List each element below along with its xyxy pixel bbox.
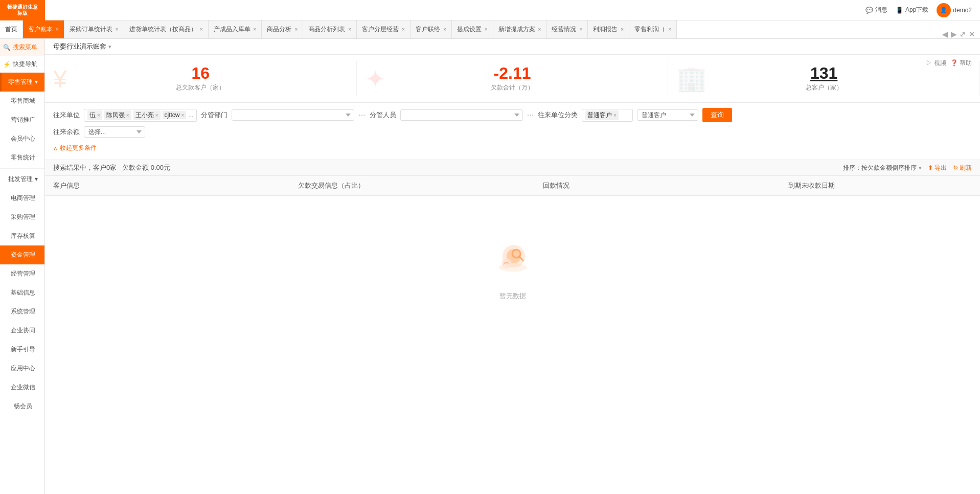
sidebar-item-apps[interactable]: 应用中心	[0, 359, 44, 378]
sidebar-item-wechat[interactable]: 企业微信	[0, 378, 44, 397]
user-avatar-btn[interactable]: 👤 demo2	[937, 3, 972, 17]
sidebar-quicknav[interactable]: ⚡ 快捷导航	[0, 56, 44, 73]
sidebar-item-member[interactable]: 会员中心	[0, 129, 44, 148]
sidebar-item-system[interactable]: 系统管理	[0, 302, 44, 321]
unit-tag-wang[interactable]: 王小亮 ×	[133, 110, 161, 120]
tab-prev-btn[interactable]: ◀	[941, 30, 949, 38]
debt-customers-bg-icon: ¥	[53, 64, 67, 93]
tab-profit-report[interactable]: 利润报告 ×	[588, 20, 629, 38]
sidebar-item-basic-info[interactable]: 基础信息	[0, 283, 44, 302]
quicknav-icon: ⚡	[3, 61, 11, 68]
tab-close-purchase-order[interactable]: ×	[116, 27, 119, 32]
tab-retail-profit[interactable]: 零售利润（ ×	[629, 20, 677, 38]
tab-inbound-stats[interactable]: 进货单统计表（按商品） ×	[124, 20, 209, 38]
person-filter-dots[interactable]: ···	[527, 110, 534, 120]
dept-filter-dots[interactable]: ···	[358, 110, 365, 120]
app-download-btn[interactable]: 📱 App下载	[896, 6, 928, 14]
main-layout: 🔍 搜索菜单 ⚡ 快捷导航 零售管理 ▾ 零售商城 营销推广 会员中心 零售统计…	[0, 39, 980, 494]
tab-close-product-analysis[interactable]: ×	[294, 27, 298, 32]
tab-product-analysis[interactable]: 商品分析 ×	[262, 20, 303, 38]
tab-close-product-inbound[interactable]: ×	[254, 27, 257, 32]
unit-tag-cjttcw[interactable]: cjttcw ×	[163, 111, 187, 119]
tab-close-promote-settings[interactable]: ×	[485, 27, 488, 32]
sidebar-item-ecommerce[interactable]: 电商管理	[0, 189, 44, 208]
tab-close-profit-report[interactable]: ×	[621, 27, 624, 32]
tab-close-business-status[interactable]: ×	[579, 27, 582, 32]
help-icon: ❓	[950, 59, 958, 66]
tab-business-status[interactable]: 经营情况 ×	[546, 20, 588, 38]
collapse-filters-btn[interactable]: ∧ 收起更多条件	[53, 142, 972, 154]
dept-filter-label: 分管部门	[201, 110, 227, 120]
sidebar-label-apps: 应用中心	[11, 365, 35, 372]
unit-tag-group[interactable]: 伍 × 陈民强 × 王小亮 × cjttcw × ...	[84, 109, 197, 122]
tab-close-new-promote-plan[interactable]: ×	[538, 27, 541, 32]
tab-label-profit-report: 利润报告	[593, 25, 618, 34]
sidebar-label-retail-stats: 零售统计	[11, 154, 35, 161]
sidebar-label-ecommerce: 电商管理	[11, 194, 35, 201]
result-amount: 欠款金额 0.00元	[122, 164, 170, 171]
tag-close-chen[interactable]: ×	[126, 113, 129, 118]
sidebar-item-retail-stats[interactable]: 零售统计	[0, 148, 44, 167]
collapse-arrow-icon: ∧	[53, 145, 58, 152]
sidebar-item-operations[interactable]: 经营管理	[0, 264, 44, 283]
tag-close-wu[interactable]: ×	[97, 113, 100, 118]
sidebar-label-retail: 零售管理	[8, 78, 33, 85]
tab-customer-capital[interactable]: 客户账本 ×	[23, 20, 64, 38]
sidebar-item-marketing[interactable]: 营销推广	[0, 110, 44, 129]
tab-customer-contact[interactable]: 客户联络 ×	[411, 20, 452, 38]
sidebar-item-newbie[interactable]: 新手引导	[0, 340, 44, 359]
unit-tag-chen[interactable]: 陈民强 ×	[104, 110, 131, 120]
tab-label-promote-settings: 提成设置	[457, 25, 482, 34]
refresh-label: 刷新	[960, 164, 972, 172]
sidebar-item-retail-mall[interactable]: 零售商城	[0, 92, 44, 110]
avatar: 👤	[937, 3, 951, 17]
export-btn[interactable]: ⬆ 导出	[928, 164, 947, 172]
tab-customer-tier[interactable]: 客户分层经营 ×	[357, 20, 411, 38]
tab-product-inbound[interactable]: 产成品入库单 ×	[209, 20, 262, 38]
sidebar-item-purchase[interactable]: 采购管理	[0, 208, 44, 227]
tab-new-promote-plan[interactable]: 新增提成方案 ×	[493, 20, 547, 38]
unit-class-select[interactable]: 普通客户	[637, 109, 698, 121]
sort-btn[interactable]: 排序：按欠款金额倒序排序 ▾	[843, 164, 922, 172]
tag-close-cjttcw[interactable]: ×	[181, 113, 185, 118]
sidebar-item-batch[interactable]: 批发管理 ▾	[0, 170, 44, 189]
tab-close-customer-contact[interactable]: ×	[443, 27, 446, 32]
filter-tag-more[interactable]: ...	[188, 111, 193, 119]
query-button[interactable]: 查询	[702, 108, 732, 122]
unit-tag-wu[interactable]: 伍 ×	[87, 110, 102, 120]
tab-promote-settings[interactable]: 提成设置 ×	[452, 20, 493, 38]
balance-select[interactable]: 选择...	[84, 126, 145, 138]
tab-close-retail-profit[interactable]: ×	[668, 27, 671, 32]
help-btn[interactable]: ❓ 帮助	[950, 59, 972, 68]
tab-close-all-btn[interactable]: ✕	[968, 30, 976, 38]
person-select[interactable]	[400, 109, 523, 121]
tab-next-btn[interactable]: ▶	[950, 30, 958, 38]
sidebar-label-system: 系统管理	[11, 308, 35, 315]
tab-expand-btn[interactable]: ⤢	[959, 30, 967, 38]
export-label: 导出	[935, 164, 947, 172]
sidebar-item-inventory[interactable]: 库存核算	[0, 227, 44, 245]
messages-btn[interactable]: 💬 消息	[865, 6, 887, 14]
tab-product-analysis-list[interactable]: 商品分析列表 ×	[303, 20, 357, 38]
tab-purchase-order[interactable]: 采购订单统计表 ×	[64, 20, 124, 38]
unit-class-tag[interactable]: 普通客户 ×	[585, 110, 619, 120]
tab-close-product-analysis-list[interactable]: ×	[348, 27, 351, 32]
tab-close-customer-capital[interactable]: ×	[56, 27, 59, 32]
sidebar-item-enterprise[interactable]: 企业协同	[0, 321, 44, 340]
tab-label-product-analysis: 商品分析	[267, 25, 291, 34]
tag-close-wang[interactable]: ×	[155, 113, 158, 118]
dept-select[interactable]	[232, 109, 354, 121]
sidebar-item-retail[interactable]: 零售管理 ▾	[0, 73, 44, 92]
sort-label: 排序：按欠款金额倒序排序	[843, 164, 917, 172]
unit-class-tag-group[interactable]: 普通客户 ×	[582, 109, 633, 122]
tab-close-customer-tier[interactable]: ×	[402, 27, 405, 32]
account-dropdown[interactable]: 母婴行业演示账套 ▾	[53, 42, 111, 51]
unit-class-tag-close[interactable]: ×	[613, 113, 617, 118]
sidebar-item-capital[interactable]: 资金管理	[0, 245, 44, 264]
refresh-btn[interactable]: ↻ 刷新	[953, 164, 972, 172]
video-btn[interactable]: ▷ 视频	[926, 59, 946, 68]
tab-close-inbound-stats[interactable]: ×	[200, 27, 203, 32]
sidebar-item-vip[interactable]: 畅会员	[0, 397, 44, 416]
tab-home[interactable]: 首页	[0, 20, 23, 38]
sidebar-search[interactable]: 🔍 搜索菜单	[0, 39, 44, 56]
